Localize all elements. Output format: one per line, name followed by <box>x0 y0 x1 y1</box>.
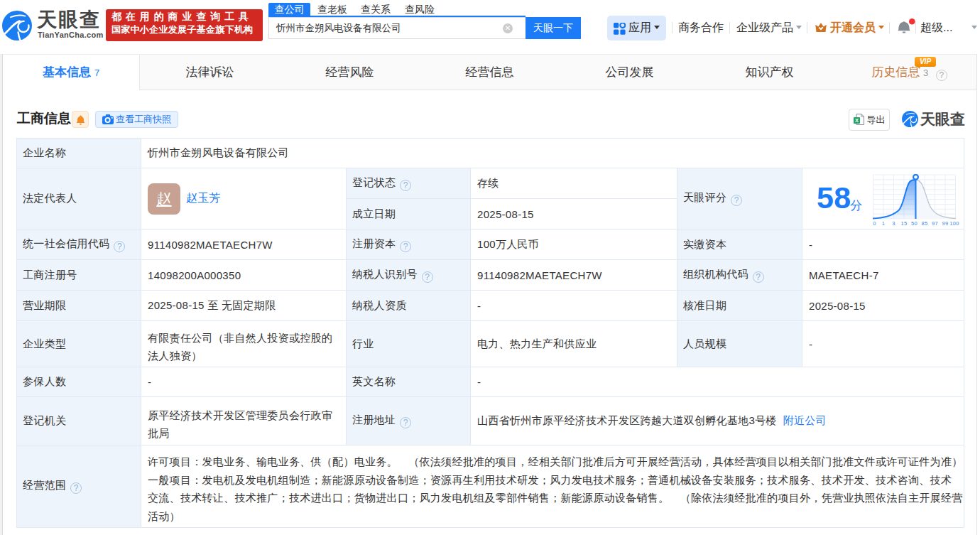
svg-text:50: 50 <box>911 220 918 227</box>
svg-text:1: 1 <box>882 220 885 227</box>
svg-text:100: 100 <box>949 220 959 227</box>
svg-text:X: X <box>854 117 858 124</box>
svg-text:97: 97 <box>932 220 938 227</box>
svg-text:99: 99 <box>942 220 949 227</box>
svg-text:85: 85 <box>922 220 928 227</box>
svg-text:15: 15 <box>901 220 908 227</box>
svg-text:0: 0 <box>873 220 876 227</box>
svg-text:3: 3 <box>892 220 895 227</box>
